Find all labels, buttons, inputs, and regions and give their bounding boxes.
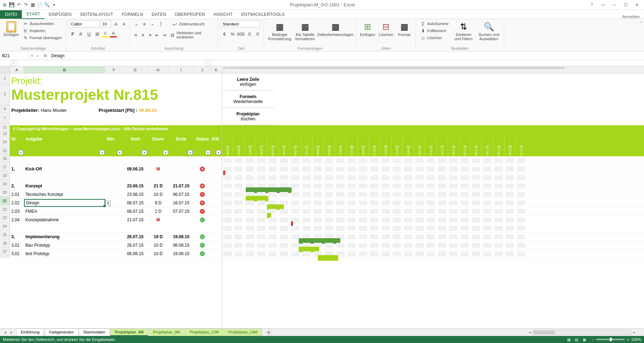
sheet-tab[interactable]: Farbgenerator (44, 329, 78, 336)
hscroll-left[interactable]: ◂ (527, 330, 532, 335)
cell-end[interactable] (169, 219, 193, 221)
table-row[interactable]: 2,01Tecnisches Konzept23.06.1510 D06.07.… (10, 190, 644, 199)
table-row[interactable]: 3,02test Prototyp06.08.1510 D19.08.15✓ (10, 249, 644, 258)
indent-dec-icon[interactable]: ⇤ (154, 31, 160, 38)
fill-color-button[interactable]: ◊ (102, 30, 109, 37)
cell-end[interactable]: 21.07.15 (169, 183, 193, 189)
cell-who[interactable] (105, 236, 123, 237)
row-header[interactable]: 27 (0, 248, 10, 256)
cell-start[interactable]: 21.07.15 (123, 217, 148, 223)
insert-row-button[interactable]: Leere Zeileeinfügen (222, 73, 274, 91)
cell-duration[interactable]: M (148, 217, 169, 223)
cell-duration[interactable]: 2 D (148, 208, 169, 215)
save-icon[interactable]: 💾 (8, 2, 15, 8)
fx-label[interactable]: fx (42, 53, 49, 58)
align-top-icon[interactable]: ⫠ (133, 20, 140, 28)
cell-start[interactable]: 23.06.15 (123, 183, 148, 189)
cell-nr[interactable]: 2,03 (10, 208, 24, 215)
paste-button[interactable]: Einfügen (3, 20, 20, 37)
undo-icon[interactable]: ↶ (16, 2, 22, 8)
filter-status[interactable]: ▾ (205, 150, 210, 155)
row-header[interactable]: 26 (0, 239, 10, 248)
tab-pagelayout[interactable]: SEITENLAYOUT (76, 10, 118, 19)
cell-duration[interactable]: M (148, 166, 169, 172)
cell-nr[interactable]: 2,02 (10, 200, 24, 206)
font-name-select[interactable] (69, 20, 100, 28)
view-pagebreak-icon[interactable]: ▣ (581, 337, 588, 342)
indent-inc-icon[interactable]: ⇥ (161, 31, 167, 38)
zoom-in-button[interactable]: + (627, 337, 629, 342)
cell-start[interactable]: 06.08.15 (123, 251, 148, 257)
filter-nr[interactable]: ▾ (18, 150, 23, 155)
table-row[interactable]: 2,04Konzeptabnahme21.07.15M✓ (10, 216, 644, 224)
cell-who[interactable] (105, 168, 123, 170)
row-header[interactable]: 11 (0, 124, 10, 131)
font-size-select[interactable] (101, 20, 111, 28)
cell-end[interactable]: 06.08.15 (169, 242, 193, 248)
cell-status[interactable]: ✕ (193, 166, 211, 172)
align-left-icon[interactable]: ≡ (133, 31, 139, 38)
row-header[interactable]: 23 (0, 214, 10, 222)
view-normal-icon[interactable]: ▦ (565, 337, 572, 342)
table-row[interactable] (10, 224, 644, 233)
select-all-corner[interactable] (0, 66, 10, 73)
delete-cells-button[interactable]: ⊟Löschen (377, 20, 394, 37)
accept-formula-icon[interactable]: ✓ (36, 53, 40, 58)
tab-developer[interactable]: ENTWICKLERTOOLS (237, 10, 289, 19)
table-row[interactable]: 3,Implementierung26.07.1519 D19.08.15✓ (10, 233, 644, 241)
decimal-inc-icon[interactable]: .0 (245, 30, 252, 37)
redo-icon[interactable]: ↷ (23, 2, 29, 8)
tab-start[interactable]: START (22, 10, 44, 19)
table-row[interactable] (10, 156, 644, 165)
sheet-tab[interactable]: Projektplan_9M (149, 329, 185, 336)
autosum-button[interactable]: ΣAutoSumme (419, 20, 450, 27)
tab-formulas[interactable]: FORMELN (118, 10, 148, 19)
tab-review[interactable]: ÜBERPRÜFEN (171, 10, 209, 19)
filter-kw[interactable]: ▾ (216, 150, 221, 155)
cell-nr[interactable]: 2, (10, 183, 24, 189)
file-tab[interactable]: DATEI (0, 10, 22, 19)
cell-end[interactable]: 16.07.15 (169, 200, 193, 206)
minimize-icon[interactable]: — (610, 1, 619, 8)
cell-status[interactable]: ✓ (193, 233, 211, 240)
cell-start[interactable]: 23.06.15 (123, 191, 148, 198)
filter-task[interactable]: ▾ (100, 150, 105, 155)
decrease-font-icon[interactable]: A (120, 20, 127, 28)
signin-link[interactable]: Anmelden (622, 14, 644, 19)
view-pagelayout-icon[interactable]: ▤ (573, 337, 580, 342)
merge-button[interactable]: ⊟Verbinden und zentrieren (169, 30, 215, 40)
underline-button[interactable]: U (85, 30, 93, 37)
row-header[interactable]: 18 (0, 172, 10, 180)
cut-button[interactable]: ✂Ausschneiden (21, 20, 63, 27)
increase-font-icon[interactable]: A (112, 20, 119, 28)
col-header-i[interactable]: I (169, 66, 193, 73)
table-row[interactable]: 2,03FMEA06.07.152 D07.07.15✕ (10, 207, 644, 216)
dropdown-icon[interactable]: ▾ (105, 200, 111, 206)
cell-task[interactable]: Bau Prototyp (24, 242, 105, 248)
cancel-formula-icon[interactable]: ✕ (30, 53, 34, 58)
table-row[interactable]: 2,02Design▾06.07.159 D16.07.15✕ (10, 199, 644, 207)
cell-nr[interactable]: 2,01 (10, 191, 24, 198)
cell-start[interactable]: 09.06.15 (123, 166, 148, 172)
cell-duration[interactable]: 19 D (148, 234, 169, 240)
align-bottom-icon[interactable]: ⫠ (149, 20, 156, 28)
format-painter-button[interactable]: ✎Format übertragen (21, 35, 63, 41)
qat-icon-1[interactable]: ▦ (30, 2, 36, 8)
row-header[interactable]: 20 (0, 188, 10, 197)
cell-duration[interactable]: 10 D (148, 242, 169, 248)
collapse-ribbon-icon[interactable]: ˄ (638, 19, 644, 51)
table-row[interactable] (10, 173, 644, 182)
col-header-b[interactable]: B (24, 66, 105, 73)
cell-end[interactable]: 07.07.15 (169, 208, 193, 215)
number-format-select[interactable] (221, 20, 260, 28)
cell-status[interactable]: ✓ (193, 250, 211, 257)
cell-status[interactable]: ✓ (193, 242, 211, 248)
col-header-g[interactable]: G (123, 66, 148, 73)
cell-end[interactable] (169, 168, 193, 170)
name-box[interactable]: B21 (0, 53, 28, 59)
bold-button[interactable]: F (69, 30, 76, 37)
cell-task[interactable]: Implementierung (24, 234, 105, 240)
sort-filter-button[interactable]: ⇅Sortieren und Filtern (452, 20, 476, 42)
cell-duration[interactable]: 10 D (148, 251, 169, 257)
row-header[interactable]: 13 (0, 131, 10, 137)
